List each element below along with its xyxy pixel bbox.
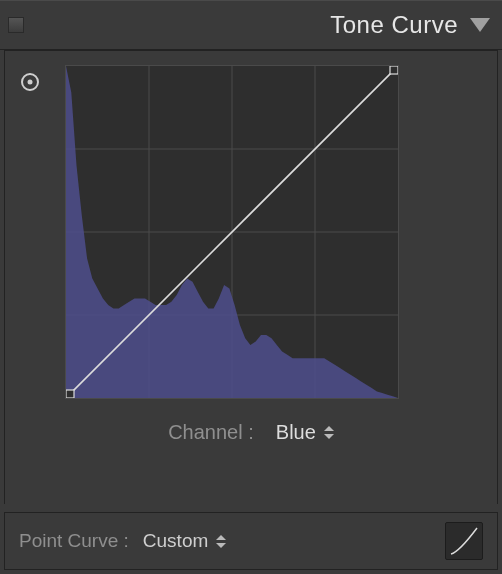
channel-label: Channel :	[168, 421, 254, 444]
panel-toggle-switch[interactable]	[8, 17, 24, 33]
updown-arrows-icon	[216, 535, 226, 548]
tone-curve-graph[interactable]	[65, 65, 399, 399]
curve-editor-button[interactable]	[445, 522, 483, 560]
svg-rect-10	[390, 66, 398, 74]
panel-title: Tone Curve	[330, 11, 458, 39]
panel-body: Channel : Blue	[4, 50, 498, 504]
svg-rect-9	[66, 390, 74, 398]
channel-selector-row: Channel : Blue	[19, 421, 483, 444]
tone-curve-panel: Tone Curve Channel : Blue	[0, 0, 502, 574]
graph-row	[19, 65, 483, 399]
channel-dropdown[interactable]: Blue	[276, 421, 334, 444]
channel-value: Blue	[276, 421, 316, 444]
panel-header: Tone Curve	[0, 0, 502, 50]
point-curve-value: Custom	[143, 530, 208, 552]
targeted-adjustment-tool-icon[interactable]	[19, 71, 41, 93]
point-curve-footer: Point Curve : Custom	[4, 512, 498, 570]
point-curve-label: Point Curve :	[19, 530, 129, 552]
svg-point-1	[28, 80, 33, 85]
collapse-triangle-icon[interactable]	[470, 18, 490, 32]
updown-arrows-icon	[324, 426, 334, 439]
point-curve-dropdown[interactable]: Custom	[143, 530, 226, 552]
